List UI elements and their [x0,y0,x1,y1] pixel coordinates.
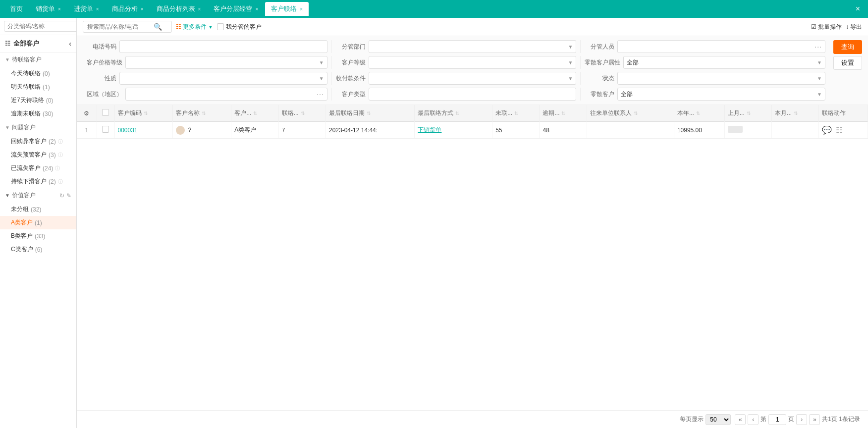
close-icon[interactable]: × [198,6,201,12]
sidebar-section-wait-contact[interactable]: ▼ 待联络客户 [0,53,76,67]
th-last-method[interactable]: 最后联络方式 ⇅ [415,105,492,122]
payment-select[interactable]: ▼ [369,72,577,85]
more-conditions-button[interactable]: ☷ 更多条件 ▼ [176,23,213,31]
table-scroll-area[interactable]: ⚙ 客户编码 ⇅ 客户名称 ⇅ [77,105,868,410]
sidebar-item-churn-warning[interactable]: 流失预警客户 (3) ⓘ [0,148,76,161]
th-settings[interactable]: ⚙ [77,105,97,122]
close-all-button[interactable]: × [852,4,864,13]
batch-op-button[interactable]: ☑ 批量操作 [811,23,842,31]
info-icon: ⓘ [58,138,63,145]
filter-cell-nature: 性质 ▼ [83,72,332,85]
th-contact[interactable]: 联络... ⇅ [278,105,326,122]
my-customers-checkbox[interactable]: 我分管的客户 [217,23,262,31]
th-unit-contact[interactable]: 往来单位联系人 ⇅ [587,105,674,122]
row-last-method[interactable]: 下销货单 [415,122,492,139]
row-select-checkbox[interactable] [102,126,109,133]
edit-icon[interactable]: ✎ [66,192,71,199]
scatter-attr-select[interactable]: 全部 ▼ [623,56,825,69]
filter-row-1: 电话号码 分管部门 ▼ [83,40,829,53]
sidebar-item-b-customers[interactable]: B类客户 (33) [0,229,76,243]
select-all-checkbox[interactable] [102,109,109,116]
arrow-icon: ▼ [5,125,10,130]
close-icon[interactable]: × [96,6,99,12]
arrow-icon: ▼ [5,57,10,62]
sidebar-item-repurchase-abnormal[interactable]: 回购异常客户 (2) ⓘ [0,135,76,148]
collapse-icon[interactable]: ‹ [69,40,71,48]
query-button[interactable]: 查询 [833,40,862,54]
filter-cell-price-level: 客户价格等级 ▼ [83,56,332,69]
price-level-label: 客户价格等级 [87,58,122,67]
tab-home[interactable]: 首页 [4,2,29,16]
sidebar-search-input[interactable] [4,21,77,32]
dots-icon: ··· [814,43,822,51]
th-last-date[interactable]: 最后联络日期 ⇅ [326,105,415,122]
close-icon[interactable]: × [58,6,61,12]
scatter-customer-select[interactable]: 全部 ▼ [617,88,825,101]
sidebar-item-overdue-contact[interactable]: 逾期未联络 (30) [0,107,76,120]
row-no-contact: 55 [492,122,540,139]
last-page-button[interactable]: » [809,414,820,425]
customer-type-input[interactable] [369,88,577,101]
close-icon[interactable]: × [255,6,258,12]
th-name[interactable]: 客户名称 ⇅ [173,105,231,122]
th-type[interactable]: 客户... ⇅ [231,105,278,122]
nature-select[interactable]: ▼ [119,72,327,85]
price-level-select[interactable]: ▼ [125,56,327,69]
sidebar-item-churned[interactable]: 已流失客户 (24) ⓘ [0,161,76,175]
close-icon[interactable]: × [141,6,144,12]
per-page-select[interactable]: 50 100 [705,414,731,425]
sidebar-item-c-customers[interactable]: C类客户 (6) [0,243,76,256]
filter-search-input[interactable] [87,23,152,30]
th-code[interactable]: 客户编码 ⇅ [114,105,173,122]
sidebar-section-problem-customers[interactable]: ▼ 问题客户 [0,120,76,135]
sidebar-all-customers[interactable]: ☷ 全部客户 ‹ [0,35,76,53]
th-overdue[interactable]: 逾期... ⇅ [540,105,587,122]
region-input[interactable]: ··· [125,88,327,101]
checkbox-icon: ☑ [811,23,816,30]
refresh-icon[interactable]: ↻ [59,192,64,199]
sidebar-item-declining[interactable]: 持续下滑客户 (2) ⓘ [0,175,76,188]
status-select[interactable]: ▼ [617,72,825,85]
tab-customer-contact[interactable]: 客户联络 × [265,2,309,16]
row-code[interactable]: 000031 [114,122,173,139]
th-this-month[interactable]: 本月... ⇅ [772,105,819,122]
phone-input[interactable] [119,40,327,53]
person-input[interactable]: ··· [617,40,825,53]
contact-icon[interactable]: 💬 [822,125,832,135]
sidebar-item-7day-contact[interactable]: 近7天待联络 (0) [0,94,76,107]
th-no-contact[interactable]: 未联... ⇅ [492,105,540,122]
customer-level-select[interactable]: ▼ [369,56,577,69]
filter-cell-region: 区域（地区） ··· [83,88,332,101]
sidebar-item-a-customers[interactable]: A类客户 (1) [0,216,76,229]
prev-page-button[interactable]: ‹ [748,414,759,425]
dept-select[interactable]: ▼ [369,40,577,53]
close-icon[interactable]: × [300,6,303,12]
page-number-input[interactable] [768,414,786,425]
per-page-selector: 每页显示 50 100 [680,414,731,425]
first-page-button[interactable]: « [735,414,746,425]
checkbox-icon[interactable] [217,23,224,30]
settings-button[interactable]: 设置 [833,56,862,70]
tab-product-analysis[interactable]: 商品分析 × [106,2,150,16]
more-action-icon[interactable]: ☷ [836,125,843,135]
tab-customer-segment[interactable]: 客户分层经营 × [208,2,264,16]
row-name[interactable]: ？ [173,122,231,139]
sidebar-section-value-customers[interactable]: ▼ 价值客户 ↻ ✎ [0,188,76,203]
tab-purchase-order[interactable]: 进货单 × [68,2,105,16]
th-this-year[interactable]: 本年... ⇅ [674,105,724,122]
chevron-down-icon: ▼ [817,60,822,65]
info-icon: ⓘ [55,165,60,172]
th-action: 联络动作 [819,105,868,122]
sidebar-item-tomorrow-contact[interactable]: 明天待联络 (1) [0,80,76,94]
filter-search-icon[interactable]: 🔍 [154,23,162,31]
export-button[interactable]: ↓ 导出 [846,23,862,31]
tab-product-analysis-list[interactable]: 商品分析列表 × [151,2,207,16]
filter-buttons: 查询 设置 [829,40,862,101]
th-last-month[interactable]: 上月... ⇅ [724,105,771,122]
sidebar-item-no-group[interactable]: 未分组 (32) [0,203,76,216]
next-page-button[interactable]: › [796,414,807,425]
row-checkbox[interactable] [97,122,114,139]
sidebar-item-today-contact[interactable]: 今天待联络 (0) [0,67,76,80]
tab-sales-order[interactable]: 销货单 × [30,2,67,16]
th-checkbox[interactable] [97,105,114,122]
